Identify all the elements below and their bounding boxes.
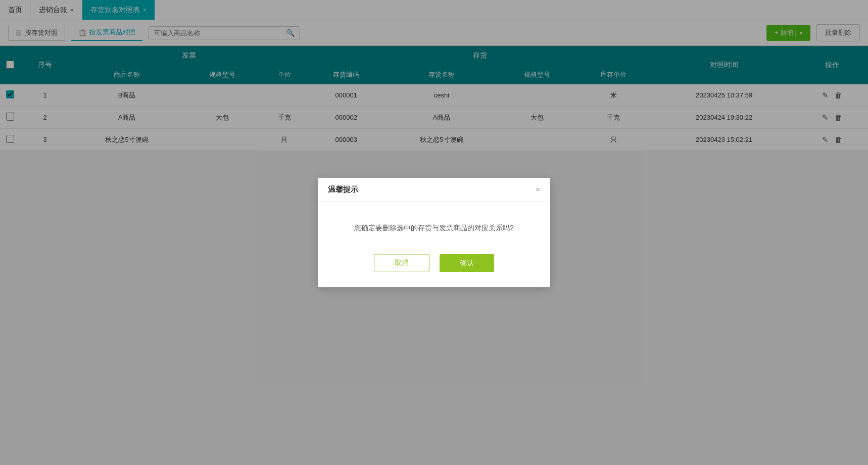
- modal-overlay: 温馨提示 × 您确定要删除选中的存货与发票商品的对应关系吗? 取消 确认: [0, 0, 868, 151]
